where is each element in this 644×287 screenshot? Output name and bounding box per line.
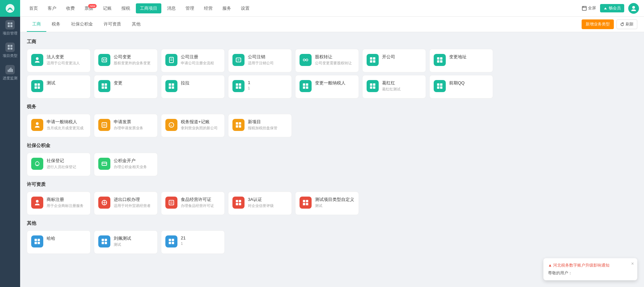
company-register-icon: [165, 54, 177, 66]
svg-rect-79: [169, 200, 174, 205]
user-avatar[interactable]: [628, 3, 639, 14]
nav-customer[interactable]: 客户: [44, 3, 60, 13]
import-export-icon: [98, 197, 110, 209]
svg-rect-97: [105, 242, 107, 244]
prev-qq-icon: [434, 80, 446, 92]
nav-service[interactable]: 服务: [218, 3, 235, 13]
new-type-button[interactable]: 新增业务类型: [582, 19, 614, 29]
nav-settings[interactable]: 设置: [237, 3, 254, 13]
3a-cert-icon: [232, 197, 245, 209]
test-name: 测试: [47, 80, 86, 86]
lala-icon: [165, 80, 177, 92]
svg-rect-28: [373, 57, 375, 60]
sidebar-item-progress-monitor[interactable]: 进度监测: [0, 62, 20, 84]
card-num1[interactable]: 1 1: [228, 75, 292, 98]
lala-name: 拉拉: [181, 80, 220, 86]
sidebar-item-project-mgmt[interactable]: 项目管理: [0, 17, 20, 39]
import-export-name: 进出口权办理: [114, 197, 153, 203]
num1-desc: 1: [248, 86, 287, 91]
fullscreen-label: 全屏: [588, 5, 596, 11]
fullscreen-btn[interactable]: 全屏: [582, 5, 596, 11]
prev-qq-name: 前期QQ: [449, 80, 489, 86]
svg-rect-10: [9, 69, 10, 72]
card-test-type[interactable]: 测试项目类型自定义 测试: [295, 192, 359, 215]
tax-section-title: 税务: [27, 104, 637, 110]
refresh-label: 刷新: [626, 21, 634, 27]
sidebar-item-project-type[interactable]: 项目类型: [0, 39, 20, 62]
card-trademark[interactable]: 商标注册 用于企业商标注册服务: [27, 192, 91, 215]
industry-card-grid-2: 测试 变更: [27, 75, 637, 98]
nav-home[interactable]: 首页: [25, 3, 42, 13]
tab-tax[interactable]: 税务: [46, 17, 66, 32]
svg-rect-44: [172, 83, 174, 86]
open-company-icon: [367, 54, 379, 66]
svg-point-15: [36, 57, 39, 60]
card-change-taxpayer[interactable]: 变更一般纳税人: [295, 75, 359, 98]
company-register-desc: 申请公司注册全流程: [181, 61, 220, 66]
card-apply-invoice[interactable]: 申请发票 办理申请发票业务: [94, 114, 158, 137]
card-import-export[interactable]: 进出口权办理 适用于对外贸易经营者: [94, 192, 158, 215]
card-3a-cert[interactable]: 3A认证 对企业信誉评级: [228, 192, 292, 215]
change-name: 变更: [114, 80, 153, 86]
tab-social[interactable]: 社保公积金: [66, 17, 98, 32]
tab-industry[interactable]: 工商: [27, 17, 46, 32]
svg-rect-43: [169, 83, 171, 86]
nav-messages[interactable]: 消息: [163, 3, 180, 13]
num1-icon: [232, 80, 245, 92]
svg-rect-41: [102, 86, 104, 89]
card-new-project[interactable]: 新项目 报税加税控盘保管: [228, 114, 292, 137]
card-haha[interactable]: 哈哈: [27, 230, 91, 254]
card-liupei-test[interactable]: 刘佩测试 测试: [94, 230, 158, 254]
fund-account-icon: [98, 158, 110, 170]
card-company-change[interactable]: 公司变更 股权变更外的业务变更: [94, 49, 158, 72]
card-change-address[interactable]: 变更地址: [429, 49, 493, 72]
num1-name: 1: [248, 80, 287, 85]
card-num21[interactable]: 21 1: [161, 230, 225, 254]
tab-license[interactable]: 许可资质: [98, 17, 126, 32]
svg-rect-37: [35, 86, 37, 89]
vip-button[interactable]: 畅会员: [600, 4, 624, 12]
card-prev-qq[interactable]: 前期QQ: [429, 75, 493, 98]
nav-tax[interactable]: 报税: [117, 3, 134, 13]
apply-taxpayer-name: 申请一般纳税人: [47, 119, 86, 125]
svg-rect-91: [38, 239, 40, 241]
card-gehonghong[interactable]: 葛红红 葛红红测试: [362, 75, 426, 98]
sidebar-logo[interactable]: [0, 0, 20, 17]
svg-rect-35: [35, 83, 37, 86]
tax-report-desc: 拿到营业执照的新公司: [181, 126, 220, 131]
tab-other[interactable]: 其他: [126, 17, 146, 32]
card-lala[interactable]: 拉拉: [161, 75, 225, 98]
svg-rect-8: [10, 48, 12, 50]
card-equity-transfer[interactable]: 股权转让 公司变更需要股权转让: [295, 49, 359, 72]
num21-icon: [165, 235, 177, 247]
nav-management[interactable]: 管理: [181, 3, 198, 13]
equity-transfer-desc: 公司变更需要股权转让: [315, 61, 355, 66]
card-legal-change[interactable]: 法人变更 适用于公司变更法人: [27, 49, 91, 72]
card-change[interactable]: 变更: [94, 75, 158, 98]
card-fund-account[interactable]: 公积金开户 办理公积金相关业务: [94, 153, 158, 176]
card-test[interactable]: 测试: [27, 75, 91, 98]
nav-operation[interactable]: 经营: [200, 3, 217, 13]
tax-report-name: 税务报道+记账: [181, 119, 220, 125]
card-tax-report[interactable]: ¥ 税务报道+记账 拿到营业执照的新公司: [161, 114, 225, 137]
nav-tickets[interactable]: 票据 new: [80, 3, 97, 13]
liupei-test-icon: [98, 235, 110, 247]
card-open-company[interactable]: 开公司: [362, 49, 426, 72]
equity-transfer-icon: [300, 54, 312, 66]
project-type-icon: [5, 43, 15, 52]
refresh-button[interactable]: 刷新: [616, 19, 637, 29]
nav-industry[interactable]: 工商项目: [136, 3, 161, 13]
social-card-grid: 社保登记 进行人员社保登记 公积金开户 办理公积金相关业务: [27, 153, 637, 176]
svg-rect-99: [172, 239, 174, 241]
card-company-cancel[interactable]: 公司注销 适用于注销公司: [228, 49, 292, 72]
card-social-register[interactable]: 社保登记 进行人员社保登记: [27, 153, 91, 176]
card-company-register[interactable]: 公司注册 申请公司注册全流程: [161, 49, 225, 72]
notification-close-btn[interactable]: ×: [631, 261, 634, 266]
food-license-name: 食品经营许可证: [181, 197, 220, 203]
card-food-license[interactable]: 食品经营许可证 办理食品经营许可证: [161, 192, 225, 215]
card-apply-taxpayer[interactable]: 申请一般纳税人 当月或次月成变更完成: [27, 114, 91, 137]
nav-accounting[interactable]: 记账: [99, 3, 116, 13]
nav-billing[interactable]: 收费: [62, 3, 79, 13]
svg-rect-49: [236, 86, 238, 89]
company-cancel-name: 公司注销: [248, 54, 287, 60]
